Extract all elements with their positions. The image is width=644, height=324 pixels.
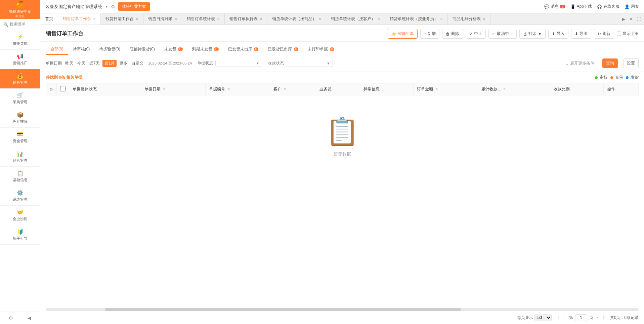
table-setting-icon[interactable]: ⚙ bbox=[49, 87, 53, 92]
collapse-button[interactable]: ◀ bbox=[28, 315, 31, 321]
show-detail-checkbox[interactable]: 显示明细 bbox=[617, 31, 639, 37]
import-icon: ⬆ bbox=[552, 32, 555, 36]
table-header: ⚙ 单据整体状态 单据日期 ⇅ 单据编号 bbox=[46, 83, 639, 95]
sub-tab-overdue[interactable]: 到期未发货 0 bbox=[187, 44, 223, 55]
suspend-button[interactable]: ⊘ 中止 bbox=[466, 29, 486, 39]
review-label: 审核 bbox=[600, 75, 608, 80]
ship-button[interactable]: 发货 bbox=[626, 75, 639, 80]
customer-sort-icon[interactable]: ⇅ bbox=[284, 87, 287, 91]
gear-button[interactable]: ⚙ bbox=[111, 4, 115, 9]
tab-sales-stat[interactable]: 销售订单统计表 ✕ bbox=[182, 13, 225, 25]
show-detail-input[interactable] bbox=[617, 32, 621, 36]
experience-button[interactable]: 体验行业方案 bbox=[118, 2, 150, 11]
select-all-checkbox[interactable] bbox=[60, 86, 66, 91]
close-sales-stat-tab[interactable]: ✕ bbox=[217, 17, 220, 21]
number-sort-icon[interactable]: ⇅ bbox=[227, 87, 230, 91]
online-service-item[interactable]: 🎧 在线客服 bbox=[597, 4, 619, 9]
payment-select[interactable]: ▼ bbox=[286, 60, 333, 67]
export-button[interactable]: ⬇ 导出 bbox=[571, 29, 591, 39]
settings-filter-button[interactable]: 设置 bbox=[623, 58, 639, 68]
close-margin-analysis-tab[interactable]: ✕ bbox=[483, 17, 485, 21]
custom-option[interactable]: 自定义 bbox=[130, 60, 145, 67]
operations-icon: 📊 bbox=[17, 151, 24, 157]
amount-sort-icon[interactable]: ⇅ bbox=[435, 87, 438, 91]
tab-fullscreen[interactable]: ⛶ bbox=[635, 15, 642, 23]
col-date: 单据日期 ⇅ bbox=[141, 83, 206, 95]
sidebar-item-finance[interactable]: 💳 资金管理 bbox=[0, 128, 40, 147]
first-page-button[interactable]: 《 bbox=[554, 314, 561, 321]
close-summary-customer-tab[interactable]: ✕ bbox=[377, 17, 380, 21]
delete-button[interactable]: 🗑 删除 bbox=[442, 29, 463, 39]
settings-button[interactable]: ⚙ bbox=[9, 315, 13, 321]
tab-cash-reconcile[interactable]: 钱货日清对账 ✕ bbox=[143, 13, 182, 25]
last-page-button[interactable]: 》 bbox=[601, 314, 608, 321]
status-select[interactable]: ▼ bbox=[215, 60, 262, 67]
refresh-button[interactable]: ↻ 刷新 bbox=[594, 29, 614, 39]
tab-sales-summary-product[interactable]: 销货单统计表（按商品） ✕ bbox=[267, 13, 326, 25]
tab-margin-analysis[interactable]: 商品毛利分析表 ✕ bbox=[448, 13, 490, 25]
prev-page-button[interactable]: ‹ bbox=[563, 315, 567, 321]
sidebar-item-quick-nav[interactable]: ⚡ 快捷导航 bbox=[0, 30, 40, 50]
tab-sales-summary-staff[interactable]: 销货单统计表（按业务员） ✕ bbox=[385, 13, 448, 25]
sub-tab-pending-inspect[interactable]: 待拣验货(0) bbox=[94, 44, 125, 55]
close-summary-staff-tab[interactable]: ✕ bbox=[440, 17, 443, 21]
sub-tab-all[interactable]: 全部(0) bbox=[46, 44, 68, 55]
close-summary-product-tab[interactable]: ✕ bbox=[318, 17, 321, 21]
sub-tab-shipped-out[interactable]: 已发货已出库 0 bbox=[263, 44, 303, 55]
sidebar-item-base-info[interactable]: 📋 基础信息 bbox=[0, 167, 40, 186]
tab-close-all[interactable]: ✕ bbox=[628, 15, 634, 23]
cancel-icon: ↩ bbox=[492, 32, 496, 36]
7days-option[interactable]: 近7天 bbox=[88, 60, 101, 67]
close-cash-reconcile-tab[interactable]: ✕ bbox=[174, 17, 177, 21]
scroll-thumb[interactable] bbox=[105, 308, 461, 311]
tab-cash-daily[interactable]: 钱货日清工作台 ✕ bbox=[101, 13, 143, 25]
1month-option[interactable]: 近1月 bbox=[102, 60, 117, 67]
close-sales-exec-tab[interactable]: ✕ bbox=[260, 17, 262, 21]
sidebar-item-guide[interactable]: 🔰 新手引导 bbox=[0, 225, 40, 245]
tab-scroll-right[interactable]: ▶ bbox=[621, 15, 627, 23]
tab-home[interactable]: 首页 bbox=[40, 13, 58, 25]
tab-sales-order[interactable]: 销售订单工作台 ✕ bbox=[58, 13, 101, 25]
user-item[interactable]: 👤 用友 bbox=[625, 4, 639, 9]
sidebar-item-sales[interactable]: 💰 销售管理 bbox=[0, 69, 40, 89]
import-button[interactable]: ⬆ 导入 bbox=[548, 29, 568, 39]
review-button[interactable]: 审核 bbox=[595, 75, 608, 80]
sub-tab-wangpu[interactable]: 旺铺待发货(0) bbox=[125, 44, 160, 55]
unreviewed-button[interactable]: 充审 bbox=[610, 75, 623, 80]
page-size-dropdown[interactable]: 50 10 20 100 bbox=[534, 314, 552, 321]
more-option[interactable]: 更多 bbox=[118, 60, 129, 67]
message-item[interactable]: 💬 消息 6 bbox=[544, 4, 565, 9]
sidebar-item-marketing[interactable]: 📢 营销推广 bbox=[0, 50, 40, 69]
app-download-item[interactable]: 📱 App下载 bbox=[570, 4, 592, 9]
date-sort-icon[interactable]: ⇅ bbox=[163, 87, 166, 91]
add-button[interactable]: + 新增 bbox=[420, 29, 439, 39]
horizontal-scrollbar[interactable] bbox=[46, 308, 639, 311]
sub-tab-not-shipped[interactable]: 未发货 0 bbox=[160, 44, 187, 55]
yesterday-option[interactable]: 昨天 bbox=[64, 60, 75, 67]
print-button[interactable]: 🖨 打印 ▼ bbox=[519, 29, 546, 39]
sub-tab-shipped-not-stocked[interactable]: 已发货未出库 0 bbox=[223, 44, 263, 55]
cancel-suspend-button[interactable]: ↩ 取消中止 bbox=[488, 29, 517, 39]
today-option[interactable]: 今天 bbox=[76, 60, 87, 67]
sidebar-item-inventory[interactable]: 📦 库存核算 bbox=[0, 108, 40, 128]
sidebar-item-cooperation[interactable]: 🤝 企业协同 bbox=[0, 206, 40, 225]
expand-more-button[interactable]: ⌄ 展开更多条件 bbox=[565, 60, 594, 66]
tab-sales-summary-customer[interactable]: 销货单统计表（按客户） ✕ bbox=[326, 13, 385, 25]
sidebar-item-purchase[interactable]: 🛒 采购管理 bbox=[0, 89, 40, 108]
smart-create-button[interactable]: ⭐ 智能生单 bbox=[388, 29, 418, 39]
inventory-label: 库存核算 bbox=[13, 119, 28, 124]
page-input[interactable] bbox=[575, 314, 587, 321]
close-sales-order-tab[interactable]: ✕ bbox=[93, 17, 96, 21]
sub-tab-pending-review[interactable]: 待审核(0) bbox=[68, 44, 95, 55]
sidebar-item-operations[interactable]: 📊 经营管理 bbox=[0, 147, 40, 167]
print-arrow-icon: ▼ bbox=[538, 32, 542, 36]
sidebar-search[interactable]: 🔍 搜索菜单 bbox=[0, 19, 40, 30]
search-button[interactable]: 查询 bbox=[602, 58, 618, 68]
sub-tab-not-printed[interactable]: 未打印单据 0 bbox=[303, 44, 339, 55]
close-cash-daily-tab[interactable]: ✕ bbox=[136, 17, 138, 21]
print-label: 打印 bbox=[528, 31, 536, 37]
sidebar-item-system[interactable]: ⚙️ 系统管理 bbox=[0, 186, 40, 206]
next-page-button[interactable]: › bbox=[595, 315, 599, 321]
tab-sales-exec[interactable]: 销售订单执行表 ✕ bbox=[225, 13, 267, 25]
collected-sort-icon[interactable]: ⇅ bbox=[503, 87, 506, 91]
